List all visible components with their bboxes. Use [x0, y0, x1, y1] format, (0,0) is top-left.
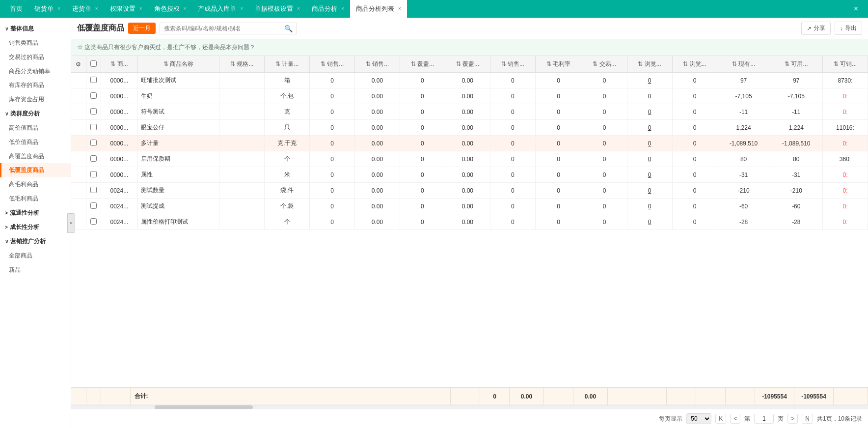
- col-name[interactable]: ⇅ 商品名称: [138, 56, 219, 73]
- col-browse2[interactable]: ⇅ 浏览...: [672, 56, 717, 73]
- nav-close-list[interactable]: ×: [398, 0, 401, 18]
- row-settings[interactable]: [71, 199, 86, 214]
- nav-finished-goods[interactable]: 产成品入库单 ×: [192, 0, 249, 18]
- row-settings[interactable]: [71, 120, 86, 136]
- next-page-button[interactable]: >: [787, 414, 798, 424]
- row-settings[interactable]: [71, 73, 86, 88]
- sidebar-section-growth[interactable]: > 成长性分析: [0, 220, 71, 234]
- row-browse1[interactable]: 0: [627, 104, 672, 120]
- page-input[interactable]: [754, 414, 774, 424]
- window-close-button[interactable]: ×: [848, 4, 864, 13]
- row-checkbox-cell[interactable]: [86, 88, 101, 104]
- row-settings[interactable]: [71, 183, 86, 199]
- sidebar-item-category-rate[interactable]: 商品分类动销率: [0, 64, 71, 79]
- col-saleable[interactable]: ⇅ 可销...: [822, 56, 868, 73]
- nav-sales-order[interactable]: 销货单 ×: [28, 0, 66, 18]
- row-checkbox[interactable]: [90, 171, 97, 177]
- row-checkbox-cell[interactable]: [86, 167, 101, 183]
- sidebar-item-low-coverage[interactable]: 低覆盖度商品: [0, 163, 71, 177]
- sidebar-item-traded-goods[interactable]: 交易过的商品: [0, 50, 71, 64]
- row-browse1[interactable]: 0: [627, 88, 672, 104]
- row-checkbox[interactable]: [90, 140, 97, 146]
- horizontal-scrollbar[interactable]: [71, 405, 868, 409]
- nav-close-template[interactable]: ×: [297, 0, 300, 18]
- table-area[interactable]: ⚙ ⇅ 商... ⇅ 商品名称 ⇅ 规格... ⇅ 计量... ⇅ 销售... …: [71, 56, 868, 387]
- sidebar-section-overall[interactable]: ∨ 整体信息: [0, 22, 71, 36]
- time-filter-button[interactable]: 近一月: [128, 23, 156, 34]
- row-settings[interactable]: [71, 136, 86, 151]
- nav-close-purchase[interactable]: ×: [95, 0, 98, 18]
- row-browse1[interactable]: 0: [627, 199, 672, 214]
- sidebar-collapse-button[interactable]: «: [67, 213, 75, 233]
- prev-page-button[interactable]: <: [730, 414, 740, 424]
- row-settings[interactable]: [71, 88, 86, 104]
- col-gross[interactable]: ⇅ 毛利率: [535, 56, 582, 73]
- row-browse1[interactable]: 0: [627, 167, 672, 183]
- search-icon[interactable]: 🔍: [284, 25, 293, 32]
- row-browse1[interactable]: 0: [627, 73, 672, 88]
- sidebar-item-sales-goods[interactable]: 销售类商品: [0, 36, 71, 50]
- nav-close-sales[interactable]: ×: [57, 0, 60, 18]
- sidebar-item-low-gross[interactable]: 低毛利商品: [0, 192, 71, 206]
- col-unit[interactable]: ⇅ 计量...: [265, 56, 310, 73]
- row-checkbox[interactable]: [90, 155, 97, 162]
- row-browse1[interactable]: 0: [627, 136, 672, 151]
- nav-role[interactable]: 角色授权 ×: [148, 0, 192, 18]
- col-sales3[interactable]: ⇅ 销售...: [490, 56, 535, 73]
- export-button[interactable]: ↓ 导出: [835, 22, 862, 35]
- nav-close-finished[interactable]: ×: [240, 0, 243, 18]
- first-page-button[interactable]: K: [715, 414, 726, 424]
- sidebar-item-high-gross[interactable]: 高毛利商品: [0, 177, 71, 192]
- per-page-select[interactable]: 50 10 20 100: [686, 413, 711, 424]
- sidebar-item-all-goods[interactable]: 全部商品: [0, 249, 71, 263]
- nav-close-permission[interactable]: ×: [139, 0, 142, 18]
- row-checkbox[interactable]: [90, 92, 97, 99]
- nav-template[interactable]: 单据模板设置 ×: [249, 0, 306, 18]
- col-settings[interactable]: ⚙: [71, 56, 86, 73]
- row-checkbox-cell[interactable]: [86, 73, 101, 88]
- row-browse1[interactable]: 0: [627, 151, 672, 167]
- col-checkbox[interactable]: [86, 56, 101, 73]
- search-input[interactable]: [164, 25, 284, 32]
- row-checkbox[interactable]: [90, 218, 97, 225]
- last-page-button[interactable]: N: [802, 414, 813, 424]
- sidebar-item-new-goods[interactable]: 新品: [0, 263, 71, 277]
- row-checkbox-cell[interactable]: [86, 214, 101, 230]
- row-checkbox[interactable]: [90, 124, 97, 130]
- sidebar-section-marketing[interactable]: ∨ 营销推广分析: [0, 234, 71, 249]
- sidebar-item-in-stock[interactable]: 有库存的商品: [0, 78, 71, 92]
- col-cover2[interactable]: ⇅ 覆盖...: [445, 56, 490, 73]
- sidebar-item-high-value[interactable]: 高价值商品: [0, 121, 71, 135]
- nav-goods-analysis[interactable]: 商品分析 ×: [306, 0, 350, 18]
- sidebar-item-high-coverage[interactable]: 高覆盖度商品: [0, 149, 71, 164]
- nav-permission[interactable]: 权限设置 ×: [104, 0, 148, 18]
- col-cover1[interactable]: ⇅ 覆盖...: [400, 56, 445, 73]
- col-current[interactable]: ⇅ 现有...: [717, 56, 770, 73]
- nav-purchase[interactable]: 进货单 ×: [66, 0, 104, 18]
- row-settings[interactable]: [71, 167, 86, 183]
- nav-close-analysis[interactable]: ×: [341, 0, 344, 18]
- select-all-checkbox[interactable]: [90, 60, 97, 67]
- row-checkbox-cell[interactable]: [86, 136, 101, 151]
- col-code[interactable]: ⇅ 商...: [101, 56, 138, 73]
- col-sales2[interactable]: ⇅ 销售...: [355, 56, 400, 73]
- row-browse1[interactable]: 0: [627, 214, 672, 230]
- sidebar-item-stock-capital[interactable]: 库存资金占用: [0, 92, 71, 107]
- nav-home[interactable]: 首页: [4, 0, 28, 18]
- row-browse1[interactable]: 0: [627, 120, 672, 136]
- col-browse1[interactable]: ⇅ 浏览...: [627, 56, 672, 73]
- row-checkbox[interactable]: [90, 77, 97, 83]
- row-checkbox-cell[interactable]: [86, 199, 101, 214]
- col-spec[interactable]: ⇅ 规格...: [219, 56, 265, 73]
- row-settings[interactable]: [71, 151, 86, 167]
- row-checkbox[interactable]: [90, 202, 97, 209]
- row-checkbox-cell[interactable]: [86, 120, 101, 136]
- sidebar-section-group[interactable]: ∨ 类群度分析: [0, 107, 71, 121]
- row-checkbox[interactable]: [90, 108, 97, 114]
- nav-goods-list[interactable]: 商品分析列表 ×: [350, 0, 407, 18]
- share-button[interactable]: ↗ 分享: [801, 22, 831, 35]
- row-browse1[interactable]: 0: [627, 183, 672, 199]
- row-checkbox-cell[interactable]: [86, 151, 101, 167]
- sidebar-item-low-value[interactable]: 低价值商品: [0, 135, 71, 149]
- row-settings[interactable]: [71, 104, 86, 120]
